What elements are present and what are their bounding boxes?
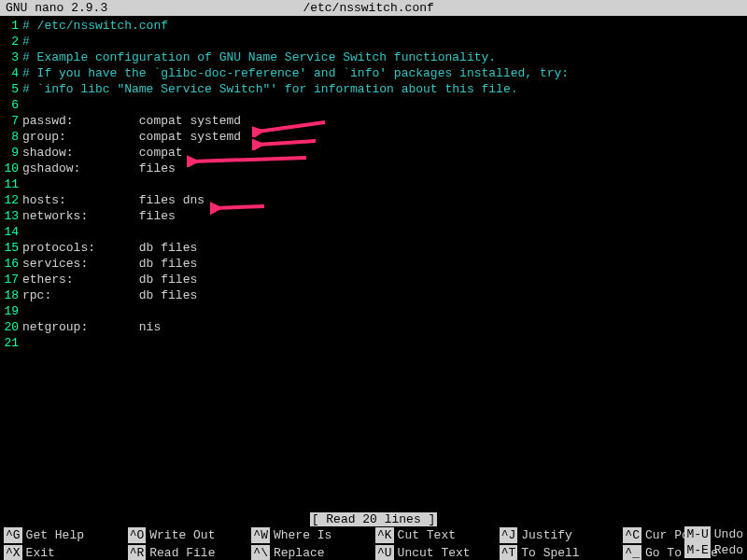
shortcut-label: Exit: [26, 545, 55, 560]
shortcut-key: ^W: [251, 527, 270, 543]
line-text: # /etc/nsswitch.conf: [22, 18, 168, 34]
line-text: ethers: db files: [22, 272, 197, 287]
line-number: 19: [0, 303, 19, 319]
shortcut-item[interactable]: ^GGet Help: [4, 527, 124, 543]
editor-line[interactable]: 2#: [0, 34, 747, 49]
line-number: 8: [0, 129, 19, 145]
editor-line[interactable]: 16services: db files: [0, 256, 747, 272]
shortcut-key: ^_: [623, 545, 641, 560]
line-text: rpc: db files: [22, 287, 197, 303]
shortcut-item[interactable]: ^XExit: [4, 545, 124, 560]
line-number: 9: [0, 145, 19, 161]
line-text: # `info libc "Name Service Switch"' for …: [22, 81, 518, 97]
line-number: 6: [0, 97, 19, 113]
line-text: #: [22, 34, 30, 49]
shortcut-key: ^R: [128, 545, 147, 560]
line-number: 16: [0, 256, 19, 272]
editor-line[interactable]: 14: [0, 224, 747, 240]
shortcut-row: ^GGet Help^OWrite Out^WWhere Is^KCut Tex…: [0, 527, 747, 545]
shortcut-key: ^O: [128, 527, 147, 543]
editor-line[interactable]: 15protocols: db files: [0, 240, 747, 256]
shortcut-key: ^K: [375, 527, 394, 543]
editor-line[interactable]: 21: [0, 335, 747, 351]
line-text: gshadow: files: [22, 161, 176, 176]
editor-line[interactable]: 9shadow: compat: [0, 145, 747, 161]
line-number: 5: [0, 81, 19, 97]
line-text: networks: files: [22, 208, 176, 224]
line-text: hosts: files dns: [22, 192, 204, 208]
editor-line[interactable]: 3# Example configuration of GNU Name Ser…: [0, 49, 747, 65]
shortcut-item[interactable]: ^UUncut Text: [375, 545, 496, 560]
line-text: group: compat systemd: [22, 129, 241, 145]
editor-line[interactable]: 12hosts: files dns: [0, 192, 747, 208]
line-text: services: db files: [22, 256, 197, 272]
editor-line[interactable]: 8group: compat systemd: [0, 129, 747, 145]
line-number: 3: [0, 49, 19, 65]
shortcut-label: Cut Text: [398, 527, 456, 543]
line-number: 14: [0, 224, 19, 240]
line-number: 18: [0, 287, 19, 303]
shortcut-item[interactable]: M-ERedo: [684, 542, 743, 558]
title-bar: GNU nano 2.9.3 /etc/nsswitch.conf: [0, 0, 747, 16]
line-number: 10: [0, 161, 19, 176]
line-text: passwd: compat systemd: [22, 113, 241, 129]
line-text: shadow: compat: [22, 145, 183, 161]
line-number: 2: [0, 34, 19, 49]
editor-line[interactable]: 6: [0, 97, 747, 113]
editor-area[interactable]: 1# /etc/nsswitch.conf2#3# Example config…: [0, 16, 747, 511]
editor-line[interactable]: 13networks: files: [0, 208, 747, 224]
shortcut-label: Redo: [714, 542, 743, 558]
line-text: # If you have the `glibc-doc-reference' …: [22, 65, 569, 81]
shortcut-key: ^X: [4, 545, 22, 560]
editor-line[interactable]: 10gshadow: files: [0, 161, 747, 176]
editor-line[interactable]: 1# /etc/nsswitch.conf: [0, 18, 747, 34]
shortcut-row: ^XExit^RRead File^\Replace^UUncut Text^T…: [0, 545, 747, 560]
shortcut-label: Where Is: [274, 527, 331, 543]
shortcut-key: M-E: [684, 542, 710, 558]
shortcut-key: ^J: [500, 527, 518, 543]
shortcut-key: ^U: [375, 545, 394, 560]
editor-line[interactable]: 19: [0, 303, 747, 319]
line-number: 17: [0, 272, 19, 287]
editor-line[interactable]: 7passwd: compat systemd: [0, 113, 747, 129]
shortcut-item[interactable]: ^\Replace: [251, 545, 372, 560]
editor-line[interactable]: 20netgroup: nis: [0, 319, 747, 335]
shortcut-extra-column: M-UUndoM-ERedo: [684, 526, 743, 558]
line-text: netgroup: nis: [22, 319, 161, 335]
shortcut-label: Get Help: [26, 527, 84, 543]
shortcut-label: Read File: [149, 545, 215, 560]
shortcut-label: Uncut Text: [398, 545, 471, 560]
shortcut-label: Write Out: [149, 527, 215, 543]
shortcut-key: ^\: [251, 545, 270, 560]
shortcut-item[interactable]: ^JJustify: [500, 527, 620, 543]
line-number: 11: [0, 176, 19, 192]
editor-line[interactable]: 17ethers: db files: [0, 272, 747, 287]
shortcut-key: ^C: [623, 527, 641, 543]
line-number: 15: [0, 240, 19, 256]
line-text: # Example configuration of GNU Name Serv…: [22, 49, 496, 65]
shortcut-item[interactable]: ^KCut Text: [375, 527, 496, 543]
editor-line[interactable]: 11: [0, 176, 747, 192]
line-number: 21: [0, 335, 19, 351]
shortcut-label: Replace: [274, 545, 325, 560]
file-path: /etc/nsswitch.conf: [107, 0, 629, 16]
editor-line[interactable]: 5# `info libc "Name Service Switch"' for…: [0, 81, 747, 97]
shortcut-item[interactable]: ^OWrite Out: [128, 527, 248, 543]
shortcut-item[interactable]: ^WWhere Is: [251, 527, 372, 543]
line-number: 20: [0, 319, 19, 335]
shortcut-label: Justify: [521, 527, 572, 543]
editor-line[interactable]: 4# If you have the `glibc-doc-reference'…: [0, 65, 747, 81]
line-number: 12: [0, 192, 19, 208]
shortcut-item[interactable]: M-UUndo: [684, 526, 743, 542]
editor-line[interactable]: 18rpc: db files: [0, 287, 747, 303]
shortcut-item[interactable]: ^TTo Spell: [500, 545, 620, 560]
shortcut-label: Undo: [714, 526, 743, 542]
line-number: 7: [0, 113, 19, 129]
status-bar: [ Read 20 lines ]: [0, 511, 747, 527]
shortcut-item[interactable]: ^RRead File: [128, 545, 248, 560]
line-number: 13: [0, 208, 19, 224]
shortcut-key: ^T: [500, 545, 518, 560]
shortcut-label: To Spell: [521, 545, 579, 560]
app-name: GNU nano 2.9.3: [6, 0, 107, 16]
line-number: 1: [0, 18, 19, 34]
